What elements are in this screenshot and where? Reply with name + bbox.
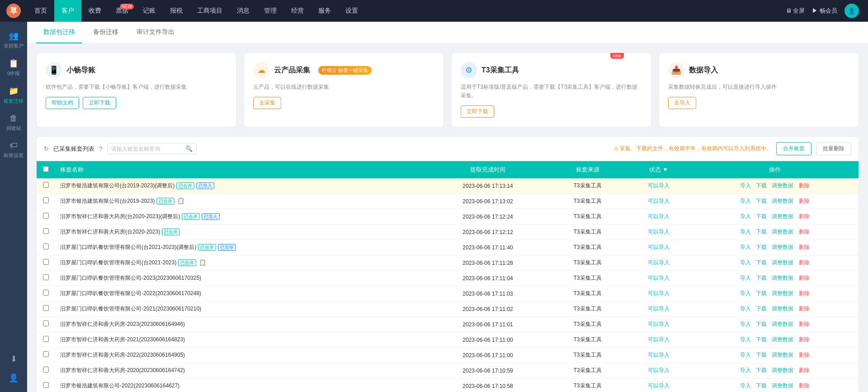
adjust-link-11[interactable]: 调整数据 xyxy=(772,336,793,343)
refresh-icon[interactable]: ↻ xyxy=(44,145,49,152)
go-collect-button[interactable]: 去采集 xyxy=(253,97,281,109)
row-checkbox-13[interactable] xyxy=(43,367,49,373)
import-link-8[interactable]: 导入 xyxy=(740,290,751,296)
nav-operation[interactable]: 经营 xyxy=(284,0,311,22)
merge-button[interactable]: 合并账套 xyxy=(776,142,811,155)
row-checkbox-10[interactable] xyxy=(43,320,49,326)
adjust-link-4[interactable]: 调整数据 xyxy=(772,229,793,235)
download-link-8[interactable]: 下载 xyxy=(756,290,767,296)
fullscreen-btn[interactable]: 🖥 全屏 xyxy=(786,7,805,15)
adjust-link-1[interactable]: 调整数据 xyxy=(772,182,793,189)
nav-manage[interactable]: 管理 xyxy=(257,0,284,22)
nav-customer[interactable]: 客户 xyxy=(54,0,81,22)
import-link-12[interactable]: 导入 xyxy=(740,352,751,358)
tab-audit-export[interactable]: 审计文件导出 xyxy=(129,22,182,43)
tab-backup-migration[interactable]: 备份迁移 xyxy=(86,22,126,43)
tab-data-migration[interactable]: 数据包迁移 xyxy=(36,22,82,43)
row-checkbox-14[interactable] xyxy=(43,382,49,388)
download-link-4[interactable]: 下载 xyxy=(756,229,767,235)
sidebar-item-all-customers[interactable]: 👥 全部客户 xyxy=(0,26,27,54)
delete-link-7[interactable]: 删除 xyxy=(799,275,810,281)
adjust-link-8[interactable]: 调整数据 xyxy=(772,290,793,296)
import-link-10[interactable]: 导入 xyxy=(740,321,751,327)
adjust-link-6[interactable]: 调整数据 xyxy=(772,259,793,266)
adjust-link-5[interactable]: 调整数据 xyxy=(772,244,793,250)
import-link-4[interactable]: 导入 xyxy=(740,229,751,235)
import-link-11[interactable]: 导入 xyxy=(740,336,751,343)
delete-link-11[interactable]: 删除 xyxy=(799,336,810,343)
delete-link-10[interactable]: 删除 xyxy=(799,321,810,327)
nav-service[interactable]: 服务 xyxy=(311,0,338,22)
adjust-link-13[interactable]: 调整数据 xyxy=(772,367,793,373)
nav-billing[interactable]: 收费 xyxy=(81,0,108,22)
delete-link-14[interactable]: 删除 xyxy=(799,382,810,389)
delete-link-9[interactable]: 删除 xyxy=(799,306,810,312)
nav-accounting[interactable]: 记账 xyxy=(136,0,163,22)
delete-link-4[interactable]: 删除 xyxy=(799,229,810,235)
download-link-7[interactable]: 下载 xyxy=(756,275,767,281)
delete-link-2[interactable]: 删除 xyxy=(799,198,810,204)
download-link-3[interactable]: 下载 xyxy=(756,213,767,220)
download-link-13[interactable]: 下载 xyxy=(756,367,767,373)
row-checkbox-7[interactable] xyxy=(43,274,49,280)
go-import-button[interactable]: 去导入 xyxy=(668,97,696,109)
download-link-9[interactable]: 下载 xyxy=(756,306,767,312)
adjust-link-2[interactable]: 调整数据 xyxy=(772,198,793,204)
adjust-link-7[interactable]: 调整数据 xyxy=(772,275,793,281)
nav-invoice[interactable]: 票据NEW xyxy=(108,0,136,22)
delete-link-13[interactable]: 删除 xyxy=(799,367,810,373)
user-avatar[interactable]: 👤 xyxy=(844,4,859,18)
sidebar-item-account-migration[interactable]: 📁 账套迁移 xyxy=(0,81,27,109)
import-link-14[interactable]: 导入 xyxy=(740,382,751,389)
download-link-11[interactable]: 下载 xyxy=(756,336,767,343)
import-link-13[interactable]: 导入 xyxy=(740,367,751,373)
row-checkbox-1[interactable] xyxy=(43,182,49,188)
delete-link-1[interactable]: 删除 xyxy=(799,182,810,189)
import-link-2[interactable]: 导入 xyxy=(740,198,751,204)
download-link-14[interactable]: 下载 xyxy=(756,382,767,389)
import-link-7[interactable]: 导入 xyxy=(740,275,751,281)
extra-icon[interactable]: 📋 xyxy=(177,197,184,204)
app-logo[interactable]: 草 xyxy=(0,0,27,22)
col-status[interactable]: 状态 ▼ xyxy=(626,161,691,178)
import-link-1[interactable]: 导入 xyxy=(740,182,751,189)
search-button[interactable]: 🔍 xyxy=(185,145,193,152)
row-checkbox-6[interactable] xyxy=(43,259,49,265)
download-link-12[interactable]: 下载 xyxy=(756,352,767,358)
nav-settings[interactable]: 设置 xyxy=(338,0,365,22)
import-link-3[interactable]: 导入 xyxy=(740,213,751,220)
nav-business[interactable]: 工商项目 xyxy=(190,0,230,22)
sidebar-item-tag-settings[interactable]: 🏷 标签设置 xyxy=(0,136,27,163)
import-link-6[interactable]: 导入 xyxy=(740,259,751,266)
download-link-5[interactable]: 下载 xyxy=(756,244,767,250)
row-checkbox-9[interactable] xyxy=(43,305,49,311)
delete-link-6[interactable]: 删除 xyxy=(799,259,810,266)
batch-delete-button[interactable]: 批量删除 xyxy=(816,142,851,155)
row-checkbox-12[interactable] xyxy=(43,351,49,357)
row-checkbox-11[interactable] xyxy=(43,336,49,342)
nav-tax[interactable]: 报税 xyxy=(163,0,190,22)
nav-home[interactable]: 首页 xyxy=(27,0,54,22)
sidebar-item-zero-report[interactable]: 📋 0申报 xyxy=(0,54,27,81)
delete-link-8[interactable]: 删除 xyxy=(799,290,810,296)
row-checkbox-2[interactable] xyxy=(43,197,49,203)
row-checkbox-5[interactable] xyxy=(43,244,49,249)
adjust-link-12[interactable]: 调整数据 xyxy=(772,352,793,358)
import-link-5[interactable]: 导入 xyxy=(740,244,751,250)
row-checkbox-3[interactable] xyxy=(43,213,49,219)
delete-link-12[interactable]: 删除 xyxy=(799,352,810,358)
select-all-checkbox[interactable] xyxy=(43,166,49,172)
delete-link-5[interactable]: 删除 xyxy=(799,244,810,250)
download-link-6[interactable]: 下载 xyxy=(756,259,767,266)
help-doc-button[interactable]: 帮助文档 xyxy=(46,97,79,109)
download-link-2[interactable]: 下载 xyxy=(756,198,767,204)
import-link-9[interactable]: 导入 xyxy=(740,306,751,312)
nav-message[interactable]: 消息 xyxy=(230,0,257,22)
adjust-link-10[interactable]: 调整数据 xyxy=(772,321,793,327)
sidebar-user[interactable]: 👤 xyxy=(0,368,27,387)
member-btn[interactable]: ▶ 畅会员 xyxy=(812,7,837,15)
sidebar-item-recycle[interactable]: 🗑 回收站 xyxy=(0,109,27,136)
row-checkbox-4[interactable] xyxy=(43,228,49,234)
help-icon[interactable]: ? xyxy=(99,145,103,153)
xiaochangzhang-download-button[interactable]: 立即下载 xyxy=(83,97,116,109)
